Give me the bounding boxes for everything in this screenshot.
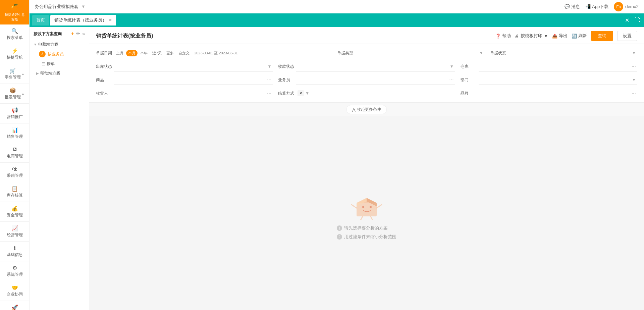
sidebar-item-search[interactable]: 🔍 搜索菜单: [0, 24, 29, 44]
tab-home[interactable]: 首页: [32, 15, 49, 25]
refresh-btn[interactable]: 🔄 刷新: [572, 33, 587, 39]
ecommerce-icon: 🖥: [1, 147, 28, 153]
sidebar-item-ecommerce[interactable]: 🖥 电商管理: [0, 143, 29, 163]
app-title-dropdown[interactable]: ▼: [81, 4, 86, 9]
doc-type-label: 单据类型: [337, 50, 353, 56]
goods-label: 商品: [96, 77, 112, 83]
receipt-status-input[interactable]: [298, 64, 448, 69]
fullscreen-btn[interactable]: ⛶: [633, 16, 641, 24]
wholesale-icon: 📦: [5, 87, 21, 94]
settlement-label: 结算方式: [278, 91, 294, 96]
consignee-dots-icon[interactable]: ···: [267, 90, 271, 96]
date-tabs: 上月 本月 本年 近7天 更多 自定义: [114, 50, 192, 56]
consignee-input[interactable]: [115, 91, 266, 96]
user-avatar-btn[interactable]: Ea demo2: [614, 2, 639, 11]
app-download-btn[interactable]: 📲 App下载: [585, 4, 608, 10]
dept-input[interactable]: [480, 78, 631, 82]
brand-dots-icon[interactable]: ···: [632, 90, 636, 96]
sidebar-item-wholesale[interactable]: 📦 批发管理 ▲: [0, 84, 29, 104]
out-status-wrapper[interactable]: ▼: [114, 61, 273, 71]
consignee-wrapper[interactable]: ···: [114, 88, 273, 98]
sidebar-item-purchase[interactable]: 🛍 采购管理: [0, 163, 29, 182]
brand-input[interactable]: [480, 91, 630, 96]
help-btn[interactable]: ❓ 帮助: [495, 33, 511, 39]
main-area: 办公用品行业模拟账套 ▼ 💬 消息 📲 App下载 Ea demo2 首页 销货…: [30, 0, 644, 310]
home-tab-label: 首页: [36, 17, 45, 23]
template-print-btn[interactable]: 🖨 按模板打印 ▼: [515, 33, 548, 39]
warehouse-dots-icon[interactable]: ···: [632, 63, 636, 69]
export-icon: 📤: [552, 34, 557, 39]
receipt-status-wrapper[interactable]: ▼: [296, 61, 455, 71]
dept-chevron-icon[interactable]: ▼: [632, 78, 636, 82]
salesperson-input[interactable]: [298, 78, 448, 82]
add-scheme-btn[interactable]: +: [71, 31, 74, 37]
export-btn[interactable]: 📤 导出: [552, 33, 568, 39]
pc-scheme-header[interactable]: ▼ 电脑端方案: [30, 40, 89, 49]
dept-wrapper[interactable]: ▼: [479, 75, 637, 85]
goods-input[interactable]: [115, 78, 266, 82]
close-tab-btn[interactable]: ✕: [109, 18, 112, 22]
sidebar-item-basic[interactable]: ℹ 基础信息: [0, 242, 29, 261]
filter-salesperson: 业务员 ···: [278, 75, 455, 85]
scheme-item-salesperson[interactable]: 人 按业务员: [30, 49, 89, 59]
query-button[interactable]: 查询: [591, 31, 613, 41]
date-tab-this-month[interactable]: 本月: [126, 50, 138, 56]
date-tab-this-year[interactable]: 本年: [138, 50, 150, 56]
warehouse-input[interactable]: [480, 64, 630, 69]
sales-stats-tab-label: 销货单统计表（按业务员）: [54, 17, 107, 23]
left-panel-actions: + ✏ «: [71, 31, 85, 37]
edit-scheme-btn[interactable]: ✏: [76, 31, 80, 37]
out-status-input[interactable]: [115, 64, 266, 69]
svg-line-7: [377, 205, 382, 208]
sidebar-item-newbie[interactable]: 🚀 新手引导: [0, 301, 29, 310]
empty-tip-2: 2 用过滤条件来缩小分析范围: [337, 234, 396, 240]
sidebar-item-collab[interactable]: 🤝 企业协同: [0, 281, 29, 301]
collapse-filter-btn[interactable]: ⋀ 收起更多条件: [346, 105, 387, 114]
sidebar-item-retail[interactable]: 🛒 零售管理 ▲: [0, 64, 29, 84]
salesperson-wrapper[interactable]: ···: [296, 75, 455, 85]
doc-type-wrapper[interactable]: ▼: [355, 48, 484, 58]
brand-label: 品牌: [461, 91, 477, 96]
receipt-status-chevron-icon[interactable]: ▼: [450, 64, 454, 69]
doc-status-input[interactable]: [509, 51, 631, 55]
setting-button[interactable]: 设置: [617, 31, 637, 41]
mobile-scheme-header[interactable]: ▶ 移动端方案: [30, 69, 89, 78]
date-tab-last-month[interactable]: 上月: [114, 50, 125, 56]
sidebar-item-marketing[interactable]: 📢 营销推广: [0, 104, 29, 123]
left-panel-title: 按以下方案查询: [34, 31, 62, 37]
receipt-status-label: 收款状态: [278, 64, 294, 69]
doc-status-chevron-icon[interactable]: ▼: [632, 51, 636, 55]
goods-wrapper[interactable]: ···: [114, 75, 273, 85]
sidebar-item-shortcuts[interactable]: ⚡ 快捷导航: [0, 44, 29, 64]
settlement-chevron-icon[interactable]: ▼: [305, 91, 309, 96]
settlement-tag-close-icon[interactable]: ×: [300, 91, 302, 96]
collapse-panel-btn[interactable]: «: [82, 31, 85, 37]
operations-icon: 📈: [1, 225, 28, 231]
close-window-btn[interactable]: ✕: [624, 16, 631, 25]
doc-status-wrapper[interactable]: ▼: [508, 48, 637, 58]
finance-icon: 💰: [1, 205, 28, 212]
brand-wrapper[interactable]: ···: [479, 88, 637, 98]
basic-icon: ℹ: [1, 245, 28, 251]
sidebar-item-operations[interactable]: 📈 经营管理: [0, 222, 29, 242]
date-tab-custom[interactable]: 自定义: [176, 50, 192, 56]
pc-scheme-label: 电脑端方案: [38, 42, 58, 47]
tab-sales-stats[interactable]: 销货单统计表（按业务员） ✕: [50, 15, 116, 25]
page-actions: ❓ 帮助 🖨 按模板打印 ▼ 📤 导出 🔄 刷新: [495, 31, 637, 41]
sales-icon: 📊: [1, 127, 28, 133]
sidebar-item-sales[interactable]: 📊 销售管理: [0, 123, 29, 143]
message-btn[interactable]: 💬 消息: [565, 4, 580, 10]
sidebar-item-finance[interactable]: 💰 资金管理: [0, 202, 29, 222]
warehouse-wrapper[interactable]: ···: [479, 61, 637, 71]
sidebar-item-inventory[interactable]: 📋 库存核算: [0, 182, 29, 202]
out-status-chevron-icon[interactable]: ▼: [267, 64, 271, 69]
salesperson-dots-icon[interactable]: ···: [449, 77, 453, 83]
date-tab-more[interactable]: 更多: [164, 50, 176, 56]
goods-dots-icon[interactable]: ···: [267, 77, 271, 83]
doc-type-input[interactable]: [357, 51, 478, 55]
date-tab-7days[interactable]: 近7天: [150, 50, 164, 56]
sidebar-item-system[interactable]: ⚙ 系统管理: [0, 261, 29, 281]
scheme-sub-item-by-order[interactable]: ☰ 按单: [30, 59, 89, 68]
empty-tip-1: 1 请先选择要分析的方案: [337, 225, 396, 231]
doc-type-chevron-icon[interactable]: ▼: [479, 51, 483, 55]
